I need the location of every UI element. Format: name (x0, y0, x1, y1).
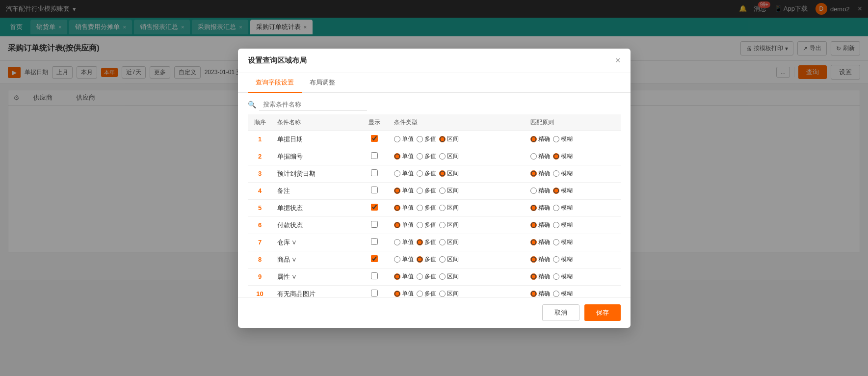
match-radio[interactable] (553, 239, 559, 245)
type-radio-item[interactable]: 单值 (394, 255, 414, 264)
type-radio[interactable] (394, 170, 400, 177)
match-radio-item[interactable]: 精确 (530, 169, 550, 178)
match-radio[interactable] (530, 273, 537, 280)
match-radio[interactable] (553, 273, 559, 280)
type-radio-item[interactable]: 区间 (439, 152, 459, 161)
type-radio[interactable] (417, 170, 423, 177)
match-radio[interactable] (553, 170, 559, 177)
match-radio[interactable] (530, 153, 537, 160)
type-radio[interactable] (394, 222, 400, 228)
type-radio[interactable] (439, 205, 446, 211)
type-radio[interactable] (394, 153, 400, 160)
match-radio[interactable] (530, 170, 537, 177)
match-radio-item[interactable]: 模糊 (553, 238, 573, 246)
type-radio[interactable] (394, 188, 400, 194)
match-radio-item[interactable]: 精确 (530, 152, 550, 161)
type-radio-item[interactable]: 单值 (394, 152, 414, 161)
match-radio-item[interactable]: 精确 (530, 187, 550, 195)
type-radio[interactable] (394, 136, 400, 142)
match-radio-item[interactable]: 精确 (530, 272, 550, 280)
match-radio-item[interactable]: 模糊 (553, 135, 573, 143)
type-radio-item[interactable]: 单值 (394, 169, 414, 178)
type-radio[interactable] (417, 136, 423, 142)
type-radio[interactable] (439, 273, 446, 280)
match-radio[interactable] (530, 239, 537, 245)
match-radio[interactable] (530, 222, 537, 228)
match-radio[interactable] (530, 136, 537, 142)
match-radio[interactable] (553, 153, 559, 160)
match-radio-item[interactable]: 模糊 (553, 169, 573, 178)
type-radio-item[interactable]: 区间 (439, 238, 459, 246)
show-checkbox[interactable] (371, 204, 378, 211)
show-checkbox[interactable] (371, 135, 378, 142)
type-radio[interactable] (439, 153, 446, 160)
type-radio[interactable] (394, 205, 400, 211)
type-radio-item[interactable]: 区间 (439, 221, 459, 229)
match-radio-item[interactable]: 精确 (530, 221, 550, 229)
match-radio-item[interactable]: 模糊 (553, 152, 573, 161)
cell-show[interactable] (360, 199, 389, 216)
type-radio-item[interactable]: 多值 (417, 221, 436, 229)
type-radio-item[interactable]: 单值 (394, 221, 414, 229)
cell-show[interactable] (360, 165, 389, 182)
type-radio[interactable] (439, 239, 446, 245)
match-radio[interactable] (553, 136, 559, 142)
type-radio[interactable] (439, 136, 446, 142)
show-checkbox[interactable] (371, 221, 378, 228)
show-checkbox[interactable] (371, 238, 378, 245)
type-radio-item[interactable]: 多值 (417, 238, 436, 246)
type-radio[interactable] (417, 153, 423, 160)
match-radio[interactable] (553, 222, 559, 228)
type-radio[interactable] (439, 256, 446, 263)
cell-show[interactable] (360, 251, 389, 268)
cell-show[interactable] (360, 216, 389, 234)
show-checkbox[interactable] (371, 169, 378, 176)
search-input[interactable] (259, 99, 367, 110)
type-radio-item[interactable]: 单值 (394, 187, 414, 195)
type-radio-item[interactable]: 多值 (417, 204, 436, 212)
type-radio-item[interactable]: 多值 (417, 272, 436, 280)
show-checkbox[interactable] (371, 272, 378, 279)
match-radio-item[interactable]: 精确 (530, 238, 550, 246)
type-radio-item[interactable]: 区间 (439, 187, 459, 195)
match-radio[interactable] (530, 188, 537, 194)
match-radio-item[interactable]: 精确 (530, 135, 550, 143)
type-radio-item[interactable]: 单值 (394, 135, 414, 143)
match-radio-item[interactable]: 模糊 (553, 204, 573, 212)
type-radio-item[interactable]: 单值 (394, 204, 414, 212)
match-radio-item[interactable]: 精确 (530, 255, 550, 264)
type-radio[interactable] (417, 188, 423, 194)
match-radio-item[interactable]: 模糊 (553, 255, 573, 264)
type-radio-item[interactable]: 多值 (417, 152, 436, 161)
match-radio-item[interactable]: 模糊 (553, 272, 573, 280)
type-radio[interactable] (417, 273, 423, 280)
show-checkbox[interactable] (371, 152, 378, 159)
match-radio[interactable] (530, 205, 537, 211)
cell-show[interactable] (360, 234, 389, 251)
match-radio[interactable] (553, 205, 559, 211)
cell-show[interactable] (360, 131, 389, 148)
match-radio-item[interactable]: 模糊 (553, 187, 573, 195)
type-radio[interactable] (417, 222, 423, 228)
cell-show[interactable] (360, 268, 389, 280)
type-radio[interactable] (417, 205, 423, 211)
type-radio[interactable] (439, 222, 446, 228)
type-radio[interactable] (417, 256, 423, 263)
type-radio-item[interactable]: 多值 (417, 255, 436, 264)
dialog-tab-query-fields[interactable]: 查询字段设置 (248, 73, 302, 93)
match-radio-item[interactable]: 模糊 (553, 221, 573, 229)
match-radio[interactable] (530, 256, 537, 263)
type-radio-item[interactable]: 区间 (439, 135, 459, 143)
type-radio[interactable] (394, 239, 400, 245)
type-radio[interactable] (417, 239, 423, 245)
match-radio[interactable] (553, 256, 559, 263)
type-radio-item[interactable]: 区间 (439, 204, 459, 212)
type-radio-item[interactable]: 多值 (417, 169, 436, 178)
type-radio[interactable] (394, 256, 400, 263)
dialog-close-button[interactable]: × (615, 55, 621, 66)
type-radio[interactable] (439, 188, 446, 194)
match-radio-item[interactable]: 精确 (530, 204, 550, 212)
match-radio[interactable] (553, 188, 559, 194)
type-radio-item[interactable]: 多值 (417, 135, 436, 143)
type-radio-item[interactable]: 区间 (439, 169, 459, 178)
